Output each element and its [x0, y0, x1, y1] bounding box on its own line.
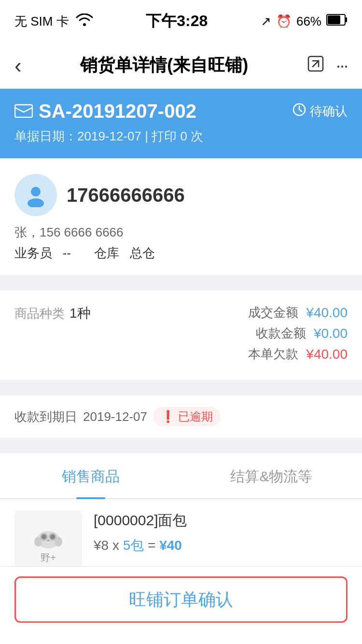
customer-phone: 17666666666: [67, 184, 185, 206]
location-icon: ↗: [261, 14, 271, 29]
svg-point-14: [34, 537, 42, 546]
svg-point-7: [28, 198, 44, 207]
status-badge: 待确认: [292, 103, 348, 120]
status-time: 下午3:28: [146, 11, 208, 32]
order-id: SA-20191207-002: [14, 100, 196, 122]
battery-icon: [326, 14, 348, 29]
tab-products[interactable]: 销售商品: [0, 453, 181, 498]
overdue-text: 已逾期: [178, 409, 213, 424]
tab-settlement[interactable]: 结算&物流等: [181, 453, 362, 498]
status-left: 无 SIM 卡: [14, 13, 93, 30]
order-info-section: 商品种类 1种 成交金额 ¥40.00 收款金额 ¥0.00 本单欠款 ¥40.…: [0, 291, 362, 380]
order-id-icon: [14, 100, 33, 122]
divider-1: [0, 283, 362, 291]
svg-rect-2: [346, 17, 347, 22]
tabs-section: 销售商品 结算&物流等: [0, 453, 362, 499]
back-button[interactable]: ‹: [14, 54, 22, 78]
overdue-icon: ❗: [161, 410, 175, 423]
svg-point-15: [55, 537, 62, 546]
avatar: [14, 174, 57, 216]
salesperson-label: 业务员 --: [14, 245, 71, 262]
svg-point-12: [50, 534, 55, 539]
nav-bar: ‹ 销货单详情(来自旺铺) ···: [0, 42, 362, 89]
customer-section: 17666666666 张，156 6666 6666 业务员 -- 仓库 总仓: [0, 158, 362, 275]
status-bar: 无 SIM 卡 下午3:28 ↗ ⏰ 66%: [0, 0, 362, 42]
divider-2: [0, 388, 362, 395]
nav-right: ···: [307, 55, 348, 76]
alarm-icon: ⏰: [276, 14, 292, 29]
customer-meta-row: 业务员 -- 仓库 总仓: [14, 245, 348, 262]
wifi-icon: [76, 14, 93, 29]
svg-rect-4: [15, 105, 32, 117]
more-icon[interactable]: ···: [336, 56, 348, 76]
overdue-badge: ❗ 已逾期: [153, 407, 221, 426]
status-clock-icon: [292, 103, 306, 120]
export-icon[interactable]: [307, 55, 324, 76]
page-title: 销货单详情(来自旺铺): [80, 54, 248, 77]
nav-left: ‹: [14, 54, 22, 78]
product-type-info: 商品种类 1种: [14, 304, 91, 326]
order-meta: 单据日期：2019-12-07 | 打印 0 次: [14, 128, 348, 145]
product-name: [0000002]面包: [94, 511, 348, 531]
divider-3: [0, 446, 362, 453]
warehouse-label: 仓库 总仓: [94, 245, 155, 262]
svg-rect-1: [328, 15, 340, 24]
amounts-info: 成交金额 ¥40.00 收款金额 ¥0.00 本单欠款 ¥40.00: [248, 304, 348, 366]
product-price: ¥8 x 5包 = ¥40: [94, 536, 348, 555]
status-right: ↗ ⏰ 66%: [261, 14, 348, 29]
svg-point-11: [42, 534, 46, 539]
bottom-button-area: 旺铺订单确认: [0, 566, 362, 644]
carrier-text: 无 SIM 卡: [14, 13, 69, 30]
product-info: [0000002]面包 ¥8 x 5包 = ¥40: [94, 511, 348, 555]
customer-name-detail: 张，156 6666 6666: [14, 224, 348, 241]
due-date-value: 2019-12-07: [83, 409, 147, 424]
header-card: SA-20191207-002 待确认 单据日期：2019-12-07 | 打印…: [0, 89, 362, 158]
due-date-label: 收款到期日: [14, 408, 77, 425]
svg-point-6: [31, 187, 41, 196]
battery-text: 66%: [296, 14, 321, 29]
due-date-section: 收款到期日 2019-12-07 ❗ 已逾期: [0, 395, 362, 438]
confirm-order-button[interactable]: 旺铺订单确认: [14, 576, 348, 623]
